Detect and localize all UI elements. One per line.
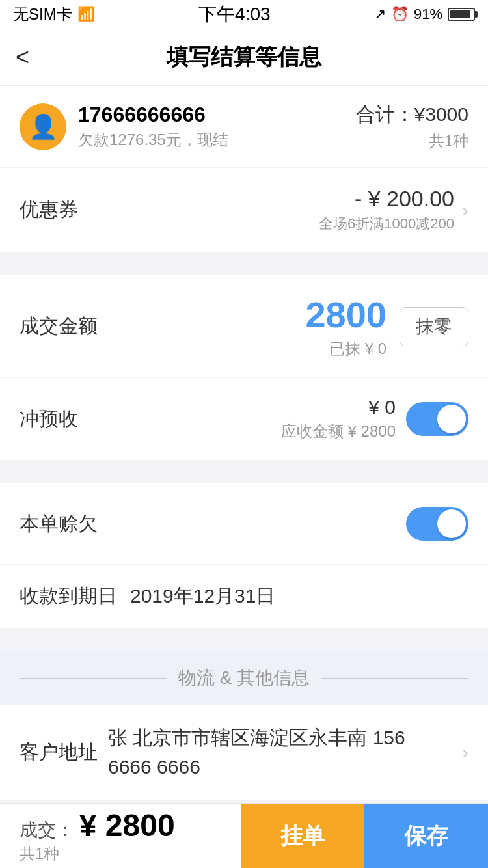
chong-sub-amount: 应收金额 ¥ 2800 — [281, 421, 396, 442]
deal-amount-sub: 已抹 ¥ 0 — [305, 338, 386, 359]
nav-bar: < 填写结算等信息 — [0, 29, 488, 86]
duedate-row: 收款到期日 2019年12月31日 — [0, 564, 488, 628]
footer-deal-count: 共1种 — [20, 843, 221, 864]
save-button[interactable]: 保存 — [364, 804, 488, 869]
coupon-right: - ¥ 200.00 全场6折满1000减200 › — [319, 186, 468, 234]
customer-debt: 欠款1276.35元，现结 — [78, 129, 228, 150]
status-right: ↗ ⏰ 91% — [374, 6, 475, 23]
bensingle-toggle[interactable] — [406, 507, 468, 541]
wifi-icon: 📶 — [77, 6, 95, 23]
coupon-value: - ¥ 200.00 全场6折满1000减200 — [319, 186, 454, 234]
chong-toggle[interactable] — [406, 402, 468, 436]
footer-deal-label: 成交： — [20, 820, 74, 840]
footer-left: 成交： ¥ 2800 共1种 — [0, 807, 241, 864]
duedate-value: 2019年12月31日 — [130, 583, 275, 610]
deal-amount-value: 2800 — [305, 293, 386, 336]
coupon-label: 优惠券 — [20, 197, 78, 223]
time-label: 下午4:03 — [198, 2, 271, 27]
coupon-row[interactable]: 优惠券 - ¥ 200.00 全场6折满1000减200 › — [0, 167, 488, 252]
coupon-amount: - ¥ 200.00 — [319, 186, 454, 211]
logistics-line-left — [20, 678, 167, 679]
customer-row: 👤 17666666666 欠款1276.35元，现结 合计：¥3000 共1种 — [0, 86, 488, 167]
address-row[interactable]: 客户地址 张 北京市市辖区海淀区永丰南 156 6666 6666 › — [0, 705, 488, 800]
bensingle-card: 本单赊欠 收款到期日 2019年12月31日 — [0, 483, 488, 628]
chevron-right-icon: › — [462, 199, 468, 221]
address-card: 客户地址 张 北京市市辖区海淀区永丰南 156 6666 6666 › — [0, 705, 488, 800]
deal-amount-label: 成交金额 — [20, 313, 98, 340]
chong-yushou-right: ¥ 0 应收金额 ¥ 2800 — [281, 396, 468, 442]
duedate-label: 收款到期日 — [20, 583, 117, 610]
deal-right: 2800 已抹 ¥ 0 — [305, 293, 386, 359]
content: 👤 17666666666 欠款1276.35元，现结 合计：¥3000 共1种… — [0, 86, 488, 868]
chong-yushou-label: 冲预收 — [20, 406, 78, 433]
carrier-label: 无SIM卡 — [13, 4, 72, 25]
footer-deal-row: 成交： ¥ 2800 — [20, 807, 221, 843]
logistics-line-right — [321, 678, 468, 679]
address-chevron-icon: › — [462, 741, 468, 763]
page-title: 填写结算等信息 — [167, 42, 321, 72]
deal-amount-right: 2800 已抹 ¥ 0 抹零 — [305, 293, 468, 359]
status-left: 无SIM卡 📶 — [13, 4, 95, 25]
total-amount: 合计：¥3000 — [356, 102, 468, 128]
deal-amount-card: 成交金额 2800 已抹 ¥ 0 抹零 冲预收 ¥ 0 应收金额 ¥ 2800 — [0, 275, 488, 460]
chong-amounts: ¥ 0 应收金额 ¥ 2800 — [281, 396, 396, 442]
status-bar: 无SIM卡 📶 下午4:03 ↗ ⏰ 91% — [0, 0, 488, 29]
coupon-desc: 全场6折满1000减200 — [319, 214, 454, 234]
customer-right: 合计：¥3000 共1种 — [356, 102, 468, 152]
address-value: 张 北京市市辖区海淀区永丰南 156 6666 6666 — [108, 723, 452, 781]
battery-percent: 91% — [414, 6, 442, 23]
toggle-knob — [437, 405, 466, 433]
alarm-icon: ⏰ — [391, 6, 409, 23]
section-divider-2 — [0, 472, 488, 483]
bensingle-toggle-knob — [437, 509, 466, 538]
address-label: 客户地址 — [20, 739, 98, 766]
total-count: 共1种 — [356, 131, 468, 152]
section-divider-3 — [0, 640, 488, 651]
back-button[interactable]: < — [16, 44, 29, 71]
customer-info: 17666666666 欠款1276.35元，现结 — [78, 103, 228, 150]
footer: 成交： ¥ 2800 共1种 挂单 保存 — [0, 803, 488, 868]
chong-yushou-row: 冲预收 ¥ 0 应收金额 ¥ 2800 — [0, 377, 488, 460]
bensingle-label: 本单赊欠 — [20, 511, 98, 537]
section-divider-1 — [0, 264, 488, 275]
round-button[interactable]: 抹零 — [400, 307, 468, 346]
customer-card: 👤 17666666666 欠款1276.35元，现结 合计：¥3000 共1种… — [0, 86, 488, 252]
avatar: 👤 — [20, 103, 66, 150]
deal-amount-row: 成交金额 2800 已抹 ¥ 0 抹零 — [0, 275, 488, 377]
bensingle-row: 本单赊欠 — [0, 483, 488, 564]
footer-deal-amount: ¥ 2800 — [79, 808, 175, 843]
battery-icon — [448, 8, 475, 21]
customer-left: 👤 17666666666 欠款1276.35元，现结 — [20, 103, 228, 150]
avatar-icon: 👤 — [29, 113, 58, 141]
chong-main-amount: ¥ 0 — [281, 396, 396, 418]
customer-phone: 17666666666 — [78, 103, 228, 127]
logistics-header: 物流 & 其他信息 — [0, 651, 488, 705]
logistics-label: 物流 & 其他信息 — [178, 666, 310, 690]
pending-button[interactable]: 挂单 — [241, 804, 364, 869]
location-icon: ↗ — [374, 6, 386, 23]
